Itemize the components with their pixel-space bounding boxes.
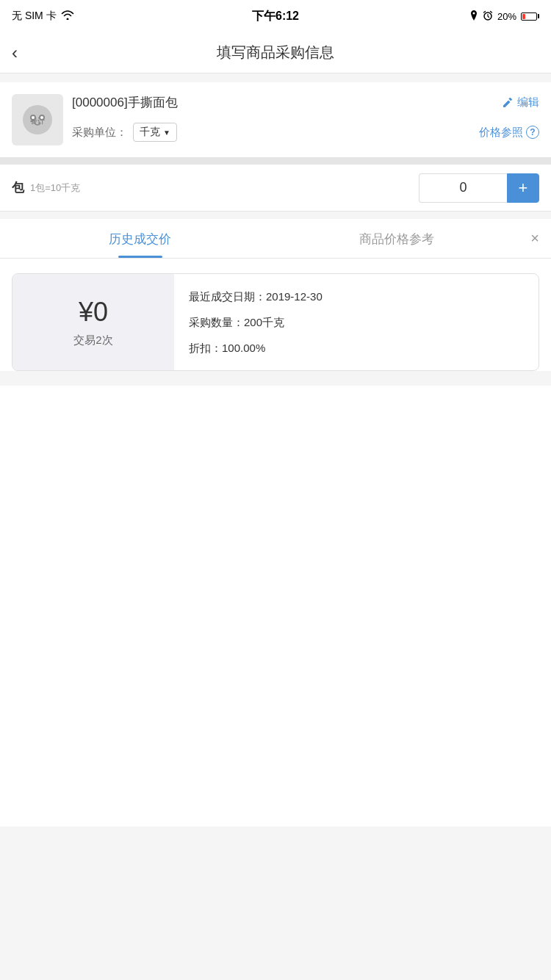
price-panel-tabs: 历史成交价 商品价格参考 ×	[0, 219, 551, 259]
close-panel-button[interactable]: ×	[525, 224, 545, 253]
battery-icon	[521, 12, 539, 21]
discount-value: 100.00%	[222, 342, 265, 354]
quantity-input-wrapper: +	[89, 173, 539, 203]
svg-point-5	[32, 116, 35, 119]
unit-label: 采购单位：	[72, 126, 127, 140]
unit-dropdown[interactable]: 千克 ▼	[133, 123, 177, 142]
alarm-icon	[483, 10, 493, 23]
help-icon: ?	[526, 126, 539, 139]
history-discount-row: 折扣：100.00%	[189, 340, 524, 356]
price-ref-button[interactable]: 价格参照 ?	[479, 126, 539, 140]
battery-percentage: 20%	[497, 11, 516, 22]
tab-history-price[interactable]: 历史成交价	[12, 219, 268, 258]
page-title: 填写商品采购信息	[217, 43, 334, 62]
unit-conversion: 1包=10千克	[30, 181, 80, 195]
date-value: 2019-12-30	[266, 290, 323, 303]
product-section: 餐计 [0000006]手撕面包 编辑 采购单位： 千克 ▼	[0, 82, 551, 157]
bottom-space	[0, 386, 551, 826]
price-ref-label: 价格参照	[479, 126, 523, 140]
status-left: 无 SIM 卡	[12, 10, 74, 23]
history-trades: 交易2次	[73, 334, 112, 347]
status-right: 20%	[469, 10, 539, 23]
quantity-plus-button[interactable]: +	[507, 173, 539, 203]
quantity-label: 采购数量：	[189, 316, 244, 328]
product-header: [0000006]手撕面包 编辑	[72, 94, 539, 111]
product-name: [0000006]手撕面包	[72, 94, 178, 111]
quantity-value: 200千克	[244, 316, 284, 328]
tab-product-label: 商品价格参考	[359, 232, 434, 246]
nav-bar: ‹ 填写商品采购信息	[0, 32, 551, 73]
quantity-row: 包 1包=10千克 +	[0, 165, 551, 212]
location-icon	[469, 10, 478, 23]
section-divider	[0, 157, 551, 165]
dropdown-chevron-icon: ▼	[163, 129, 170, 137]
history-date-row: 最近成交日期：2019-12-30	[189, 289, 524, 304]
unit-box: 包	[12, 179, 24, 196]
unit-label-left: 包 1包=10千克	[12, 179, 80, 196]
date-label: 最近成交日期：	[189, 290, 266, 303]
edit-button[interactable]: 编辑	[503, 96, 539, 109]
unit-value: 千克	[140, 126, 160, 139]
tab-history-label: 历史成交价	[109, 232, 171, 246]
back-button[interactable]: ‹	[6, 37, 24, 69]
history-card: ¥0 交易2次 最近成交日期：2019-12-30 采购数量：200千克 折扣：…	[12, 273, 539, 371]
price-panel: 历史成交价 商品价格参考 × ¥0 交易2次 最近成交日期：2019-12-30…	[0, 219, 551, 371]
history-quantity-row: 采购数量：200千克	[189, 314, 524, 330]
tab-product-price[interactable]: 商品价格参考	[268, 219, 525, 258]
purchase-unit: 采购单位： 千克 ▼	[72, 123, 177, 142]
history-right: 最近成交日期：2019-12-30 采购数量：200千克 折扣：100.00%	[174, 274, 539, 370]
history-left: ¥0 交易2次	[12, 274, 174, 370]
status-time: 下午6:12	[252, 9, 299, 24]
product-meta: 采购单位： 千克 ▼ 价格参照 ?	[72, 123, 539, 142]
svg-point-6	[40, 116, 43, 119]
carrier-text: 无 SIM 卡	[12, 10, 57, 23]
discount-label: 折扣：	[189, 342, 222, 354]
product-thumbnail: 餐计	[12, 94, 63, 145]
history-price: ¥0	[79, 297, 108, 328]
quantity-input[interactable]	[419, 173, 507, 203]
status-bar: 无 SIM 卡 下午6:12 20%	[0, 0, 551, 32]
product-info: [0000006]手撕面包 编辑 采购单位： 千克 ▼ 价格参照 ?	[72, 94, 539, 142]
wifi-icon	[61, 10, 74, 23]
